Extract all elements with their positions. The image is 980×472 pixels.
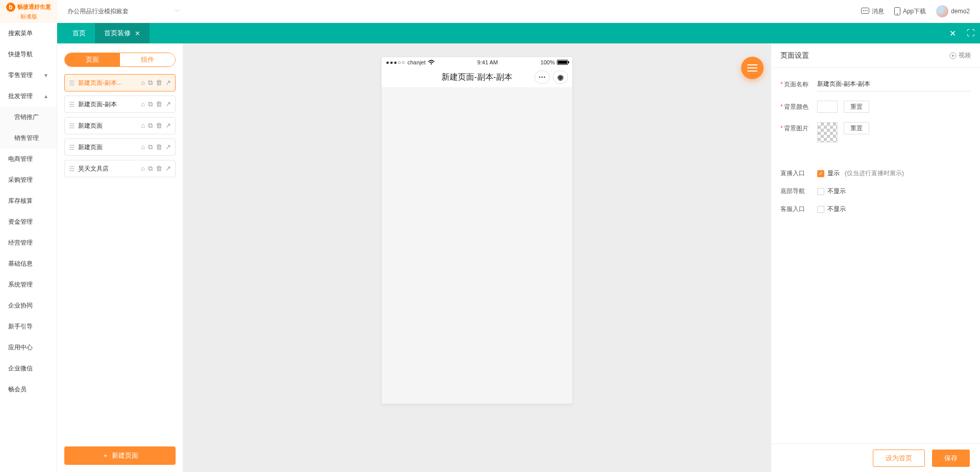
chat-icon [861,8,869,15]
copy-icon[interactable]: ⧉ [148,122,153,130]
service-entry-checkbox[interactable] [817,206,824,213]
save-button[interactable]: 保存 [932,450,970,467]
delete-icon[interactable]: 🗑 [156,143,162,151]
signal-icon: ●●●○○ [386,59,405,65]
drag-handle-icon[interactable]: ☰ [69,79,74,87]
miniapp-menu-button[interactable]: ⋯ [534,70,550,84]
page-item[interactable]: ☰ 新建页面-副本 ⌂⧉🗑↗ [64,96,176,113]
copy-icon[interactable]: ⧉ [148,79,153,87]
nav-system[interactable]: 系统管理 [0,274,57,295]
copy-icon[interactable]: ⧉ [148,143,153,151]
nav-procurement[interactable]: 采购管理 [0,170,57,191]
panel-toggle-button[interactable] [741,57,764,79]
miniapp-close-button[interactable]: ◉ [553,70,568,84]
live-entry-hint: (仅当进行直播时展示) [845,169,904,178]
nav-onboarding[interactable]: 新手引导 [0,316,57,337]
brand-name: 畅捷通好生意 [17,3,51,11]
tab-decorate[interactable]: 首页装修 ✕ [95,23,150,43]
user-menu[interactable]: demo2 [936,5,970,17]
seg-page[interactable]: 页面 [65,53,120,66]
nav-operations[interactable]: 经营管理 [0,232,57,253]
avatar [936,5,948,17]
svg-point-5 [897,13,898,14]
delete-icon[interactable]: 🗑 [156,79,162,87]
bottom-nav-label: 底部导航 [780,187,811,196]
page-item[interactable]: ☰ 新建页面-副本... ⌂ ⧉ 🗑 ↗ [64,74,176,91]
drag-handle-icon[interactable]: ☰ [69,144,74,151]
carrier-label: chanjet [407,59,425,65]
nav-wholesale[interactable]: 批发管理▲ [0,86,57,107]
bgimage-reset-button[interactable]: 重置 [844,122,869,134]
phone-body[interactable] [382,88,572,404]
tab-home[interactable]: 首页 [63,23,95,43]
home-icon[interactable]: ⌂ [141,164,145,173]
segmented-control: 页面 组件 [64,53,176,67]
bgimage-swatch[interactable] [817,122,838,143]
bgcolor-reset-button[interactable]: 重置 [844,101,869,113]
nav-membership[interactable]: 畅会员 [0,379,57,400]
nav-wechat-work[interactable]: 企业微信 [0,358,57,379]
tab-close-all[interactable]: ✕ [943,23,962,43]
share-icon[interactable]: ↗ [165,122,171,130]
page-list: ☰ 新建页面-副本... ⌂ ⧉ 🗑 ↗ ☰ 新建页面-副本 [64,74,176,177]
nav-marketing[interactable]: 营销推广 [0,107,57,128]
fullscreen-icon[interactable]: ⛶ [962,23,980,43]
messages-link[interactable]: 消息 [861,7,884,16]
page-item[interactable]: ☰ 昊天文具店 ⌂⧉🗑↗ [64,160,176,177]
nav-collab[interactable]: 企业协同 [0,295,57,316]
share-icon[interactable]: ↗ [165,143,171,151]
account-selector[interactable]: 办公用品行业模拟账套 ﹀ [67,7,181,16]
user-name: demo2 [951,8,970,15]
drag-handle-icon[interactable]: ☰ [69,122,74,130]
phone-title: 新建页面-副本-副本 [442,72,512,83]
nav-appcenter[interactable]: 应用中心 [0,337,57,358]
video-help-link[interactable]: 视频 [949,51,971,60]
copy-icon[interactable]: ⧉ [148,100,153,108]
copy-icon[interactable]: ⧉ [148,164,153,173]
page-item[interactable]: ☰ 新建页面 ⌂⧉🗑↗ [64,117,176,134]
caret-up-icon: ▲ [43,93,48,99]
drag-handle-icon[interactable]: ☰ [69,165,74,173]
home-icon[interactable]: ⌂ [141,79,145,87]
page-item[interactable]: ☰ 新建页面 ⌂⧉🗑↗ [64,138,176,156]
bottom-nav-checkbox[interactable] [817,188,824,195]
share-icon[interactable]: ↗ [165,164,171,173]
svg-marker-11 [952,54,955,57]
live-entry-checkbox[interactable]: ✓ [817,170,824,177]
home-icon[interactable]: ⌂ [141,143,145,151]
page-item-name: 新建页面-副本... [78,79,137,87]
svg-point-6 [431,63,432,64]
page-item-name: 新建页面 [78,143,137,152]
home-icon[interactable]: ⌂ [141,100,145,108]
nav-quick-nav[interactable]: 快捷导航 [0,44,57,65]
phone-preview: ●●●○○ chanjet 9:41 AM 100% [381,57,573,404]
home-icon[interactable]: ⌂ [141,122,145,130]
delete-icon[interactable]: 🗑 [156,164,162,173]
nav-baseinfo[interactable]: 基础信息 [0,253,57,274]
delete-icon[interactable]: 🗑 [156,122,162,130]
share-icon[interactable]: ↗ [165,79,171,87]
nav-ecommerce[interactable]: 电商管理 [0,149,57,170]
caret-down-icon: ▼ [43,73,48,78]
plus-icon: ＋ [102,451,109,460]
share-icon[interactable]: ↗ [165,100,171,108]
bgcolor-swatch[interactable] [817,101,838,113]
phone-icon [894,7,900,15]
seg-component[interactable]: 组件 [120,53,175,66]
messages-label: 消息 [872,7,884,16]
nav-funds[interactable]: 资金管理 [0,211,57,232]
app-download-link[interactable]: App下载 [894,7,926,16]
top-header: b 畅捷通好生意 标准版 办公用品行业模拟账套 ﹀ 消息 App下载 demo2 [0,0,980,23]
page-name-input[interactable] [817,77,971,91]
new-page-button[interactable]: ＋ 新建页面 [64,446,176,465]
service-entry-label: 客服入口 [780,205,811,214]
nav-sales-mgmt[interactable]: 销售管理 [0,128,57,149]
close-icon[interactable]: ✕ [135,30,140,37]
set-home-button[interactable]: 设为首页 [873,450,925,467]
nav-inventory[interactable]: 库存核算 [0,191,57,211]
delete-icon[interactable]: 🗑 [156,100,162,108]
nav-retail[interactable]: 零售管理▼ [0,65,57,86]
nav-search-menu[interactable]: 搜索菜单 [0,23,57,44]
drag-handle-icon[interactable]: ☰ [69,101,74,108]
tabbar: 首页 首页装修 ✕ ✕ ⛶ [57,23,980,43]
